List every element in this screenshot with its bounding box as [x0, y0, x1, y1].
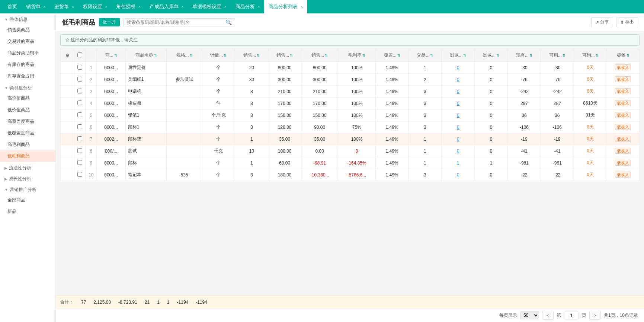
- sidebar-group-marketing[interactable]: ▼营销推广分析: [0, 184, 55, 194]
- sidebar-item-high-margin[interactable]: 高毛利商品: [0, 139, 55, 150]
- next-page-button[interactable]: ＞: [589, 311, 601, 320]
- col-sales-qty[interactable]: 销售...⇅: [235, 49, 268, 62]
- col-name[interactable]: 商品名称⇅: [125, 49, 167, 62]
- row-jiaoy[interactable]: 0: [442, 86, 475, 98]
- col-sellable[interactable]: 可销...⇅: [574, 49, 607, 62]
- col-sales-amount[interactable]: 销售...⇅: [268, 49, 301, 62]
- nav-product-analysis-close[interactable]: ×: [257, 5, 260, 9]
- row-settings: [61, 169, 74, 181]
- row-checkbox[interactable]: [77, 101, 82, 105]
- nav-sales-close[interactable]: ×: [44, 5, 46, 9]
- col-unit[interactable]: 计量...⇅: [202, 49, 235, 62]
- row-tag-badge: 低收入: [615, 112, 631, 118]
- sidebar-item-low-value[interactable]: 低价值商品: [0, 104, 55, 116]
- sidebar-item-category-rate[interactable]: 商品分类助销率: [0, 47, 55, 59]
- row-jiaoy[interactable]: 0: [442, 98, 475, 109]
- col-browse1[interactable]: 浏览...⇅: [442, 49, 475, 62]
- row-fgai: 1: [408, 62, 442, 74]
- nav-product-analysis[interactable]: 商品分析 ×: [231, 0, 264, 13]
- col-coverage[interactable]: 覆盖...⇅: [375, 49, 408, 62]
- sidebar-group-overall[interactable]: ▼整体信息: [0, 13, 55, 24]
- nav-permissions[interactable]: 权限设置 ×: [79, 0, 112, 13]
- col-tag[interactable]: 标签⇅: [607, 49, 639, 62]
- row-jiaoy[interactable]: 0: [442, 62, 475, 74]
- select-all-checkbox[interactable]: [77, 52, 82, 57]
- row-checkbox[interactable]: [77, 124, 82, 129]
- search-icon[interactable]: 🔍: [225, 19, 232, 25]
- row-jiaoy[interactable]: 1: [442, 157, 475, 169]
- col-trade[interactable]: 交易...⇅: [408, 49, 442, 62]
- col-checkbox[interactable]: [74, 49, 86, 62]
- row-checkbox[interactable]: [77, 112, 82, 117]
- row-lanyu1: 0: [475, 121, 508, 133]
- col-available-stock[interactable]: 可用...⇅: [541, 49, 574, 62]
- time-filter-button[interactable]: 近一月: [99, 18, 120, 26]
- row-checkbox[interactable]: [77, 65, 82, 70]
- row-jiaoy[interactable]: 0: [442, 133, 475, 145]
- col-code[interactable]: 商...⇅: [97, 49, 125, 62]
- nav-products-in-close[interactable]: ×: [182, 5, 184, 9]
- col-current-stock[interactable]: 现有...⇅: [508, 49, 541, 62]
- row-days: 0天: [574, 145, 607, 157]
- sidebar-group-flow[interactable]: ▶流通性分析: [0, 162, 55, 173]
- sidebar-item-traded-products[interactable]: 交易过的商品: [0, 36, 55, 47]
- col-margin-rate[interactable]: 毛利率⇅: [338, 49, 375, 62]
- row-checkbox[interactable]: [77, 160, 82, 165]
- prev-page-button[interactable]: ＜: [542, 311, 554, 320]
- row-code: 0000...: [97, 169, 125, 181]
- sidebar-group-cluster[interactable]: ▼类群度分析: [0, 82, 55, 93]
- row-jiaoy[interactable]: 0: [442, 74, 475, 86]
- col-sales-profit[interactable]: 销售...⇅: [301, 49, 338, 62]
- nav-home[interactable]: 首页: [3, 0, 22, 13]
- sidebar-item-sales-products[interactable]: 销售类商品: [0, 24, 55, 36]
- row-checkbox[interactable]: [77, 148, 82, 153]
- row-tag-badge: 低收入: [615, 100, 631, 106]
- row-jiaoy[interactable]: 0: [442, 145, 475, 157]
- per-page-select[interactable]: 50 100 200: [520, 311, 539, 319]
- col-spec[interactable]: 规格...⇅: [167, 49, 202, 62]
- nav-roles[interactable]: 角色授权 ×: [112, 0, 145, 13]
- col-browse2[interactable]: 浏览...⇅: [475, 49, 508, 62]
- nav-products-in[interactable]: 产成品入库单 ×: [145, 0, 188, 13]
- sidebar-item-all-products[interactable]: 全部商品: [0, 194, 55, 206]
- nav-sales[interactable]: 销货单 ×: [22, 0, 50, 13]
- row-tag-badge: 低收入: [615, 160, 631, 166]
- nav-product-analysis-list[interactable]: 商品分析列表 ×: [264, 0, 307, 13]
- row-v1: 1: [235, 157, 268, 169]
- row-jiaoy[interactable]: 0: [442, 109, 475, 121]
- sidebar-item-high-value[interactable]: 高价值商品: [0, 93, 55, 104]
- row-jiaoy[interactable]: 0: [442, 169, 475, 181]
- row-checkbox[interactable]: [77, 172, 82, 177]
- row-checkbox[interactable]: [77, 136, 82, 141]
- row-name: 笔记本: [125, 169, 167, 181]
- nav-roles-close[interactable]: ×: [138, 5, 141, 9]
- sidebar-item-capital[interactable]: 库存资金占用: [0, 70, 55, 82]
- sidebar-item-high-coverage[interactable]: 高覆盖度商品: [0, 116, 55, 127]
- share-button[interactable]: ↗ 分享: [591, 17, 613, 27]
- nav-purchase-close[interactable]: ×: [72, 5, 74, 9]
- row-jiaoy[interactable]: 0: [442, 121, 475, 133]
- nav-template[interactable]: 单据模板设置 ×: [188, 0, 231, 13]
- nav-permissions-close[interactable]: ×: [105, 5, 108, 9]
- row-spec: 535: [167, 169, 202, 181]
- search-input[interactable]: [127, 20, 225, 25]
- sidebar-group-growth[interactable]: ▶成长性分析: [0, 173, 55, 184]
- row-checkbox[interactable]: [77, 89, 82, 93]
- sidebar-item-instock[interactable]: 有库存的商品: [0, 59, 55, 70]
- sidebar-item-low-coverage[interactable]: 低覆盖度商品: [0, 127, 55, 139]
- row-days: 0天: [574, 133, 607, 145]
- nav-product-analysis-list-close[interactable]: ×: [301, 5, 303, 9]
- row-checkbox[interactable]: [77, 77, 82, 82]
- sidebar-item-low-margin[interactable]: 低毛利商品: [0, 150, 55, 162]
- row-fgai: 3: [408, 109, 442, 121]
- nav-template-close[interactable]: ×: [224, 5, 227, 9]
- row-v1: 1: [235, 133, 268, 145]
- row-spec: [167, 62, 202, 74]
- sidebar-item-new-products[interactable]: 新品: [0, 206, 55, 217]
- page-input[interactable]: [564, 312, 579, 319]
- col-settings[interactable]: ⚙: [61, 49, 74, 62]
- row-name: 属性定价: [125, 62, 167, 74]
- export-button[interactable]: ⬆ 导出: [616, 17, 638, 27]
- nav-purchase[interactable]: 进货单 ×: [50, 0, 78, 13]
- row-settings: [61, 109, 74, 121]
